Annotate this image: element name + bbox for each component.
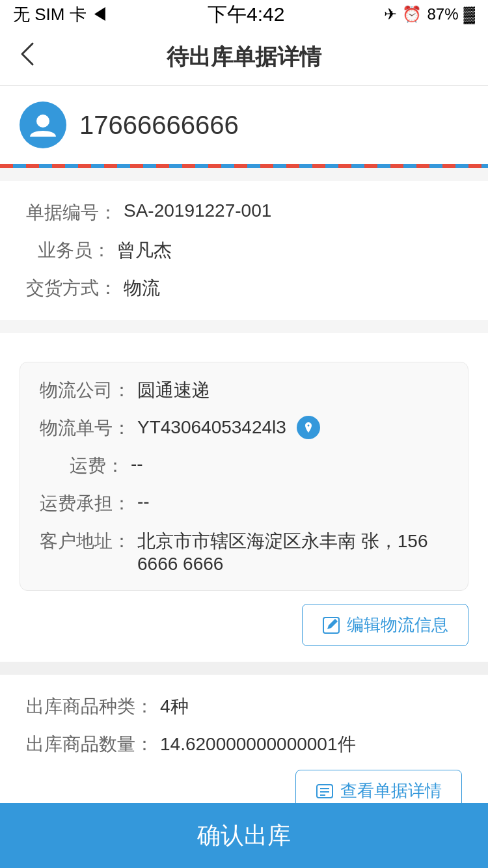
delivery-value: 物流 [124, 276, 462, 301]
confirm-bar[interactable]: 确认出库 [0, 803, 488, 868]
goods-type-label: 出库商品种类： [26, 694, 160, 719]
avatar [20, 102, 66, 148]
confirm-button-label: 确认出库 [197, 820, 291, 852]
tracking-label: 物流单号： [40, 416, 137, 441]
freight-row: 运费： -- [40, 454, 448, 478]
customer-header: 17666666666 [0, 86, 488, 164]
page-title: 待出库单据详情 [167, 42, 321, 72]
edit-logistics-container: 编辑物流信息 [20, 604, 468, 646]
freight-value: -- [131, 454, 448, 474]
location-icon-status: ✈ [384, 5, 397, 23]
status-left: 无 SIM 卡 ◀ [13, 3, 108, 26]
goods-quantity-value: 14.620000000000001件 [160, 732, 462, 757]
tracking-value: YT43064053424l3 [137, 416, 448, 439]
address-row: 客户地址： 北京市市辖区海淀区永丰南 张，156 6666 6666 [40, 529, 448, 575]
edit-logistics-button[interactable]: 编辑物流信息 [302, 604, 468, 646]
alarm-icon: ⏰ [402, 5, 422, 23]
battery-icon: ▓ [464, 5, 476, 23]
delivery-label: 交货方式： [26, 276, 124, 301]
svg-point-0 [36, 115, 49, 128]
order-number-value: SA-20191227-001 [124, 200, 462, 221]
status-right: ✈ ⏰ 87% ▓ [384, 5, 475, 23]
status-time: 下午4:42 [208, 1, 284, 28]
delivery-row: 交货方式： 物流 [26, 276, 462, 301]
tracking-location-button[interactable] [297, 416, 320, 439]
staff-label: 业务员： [26, 238, 117, 263]
logistics-section: 物流公司： 圆通速递 物流单号： YT43064053424l3 运费： -- [0, 333, 488, 662]
nav-bar: 待出库单据详情 [0, 29, 488, 86]
address-label: 客户地址： [40, 529, 137, 554]
edit-logistics-label: 编辑物流信息 [347, 614, 448, 636]
order-number-row: 单据编号： SA-20191227-001 [26, 200, 462, 225]
goods-quantity-label: 出库商品数量： [26, 732, 160, 757]
sim-status: 无 SIM 卡 ◀ [13, 3, 108, 26]
address-value: 北京市市辖区海淀区永丰南 张，156 6666 6666 [137, 529, 448, 575]
logistics-company-value: 圆通速递 [137, 378, 448, 403]
tracking-row: 物流单号： YT43064053424l3 [40, 416, 448, 441]
logistics-company-row: 物流公司： 圆通速递 [40, 378, 448, 403]
back-button[interactable] [20, 41, 35, 73]
freight-bear-value: -- [137, 491, 448, 512]
order-info-section: 单据编号： SA-20191227-001 业务员： 曾凡杰 交货方式： 物流 [0, 181, 488, 320]
staff-row: 业务员： 曾凡杰 [26, 238, 462, 263]
customer-phone: 17666666666 [79, 111, 239, 140]
dashed-separator [0, 164, 488, 168]
goods-type-value: 4种 [160, 694, 462, 719]
goods-type-row: 出库商品种类： 4种 [26, 694, 462, 719]
logistics-company-label: 物流公司： [40, 378, 137, 403]
goods-quantity-row: 出库商品数量： 14.620000000000001件 [26, 732, 462, 757]
battery-status: 87% [427, 5, 458, 23]
freight-bear-label: 运费承担： [40, 491, 137, 516]
view-detail-label: 查看单据详情 [340, 780, 442, 802]
logistics-card: 物流公司： 圆通速递 物流单号： YT43064053424l3 运费： -- [20, 362, 468, 591]
section-divider [0, 662, 488, 675]
freight-label: 运费： [40, 454, 131, 478]
freight-bear-row: 运费承担： -- [40, 491, 448, 516]
order-number-label: 单据编号： [26, 200, 124, 225]
status-bar: 无 SIM 卡 ◀ 下午4:42 ✈ ⏰ 87% ▓ [0, 0, 488, 29]
staff-value: 曾凡杰 [117, 238, 462, 263]
